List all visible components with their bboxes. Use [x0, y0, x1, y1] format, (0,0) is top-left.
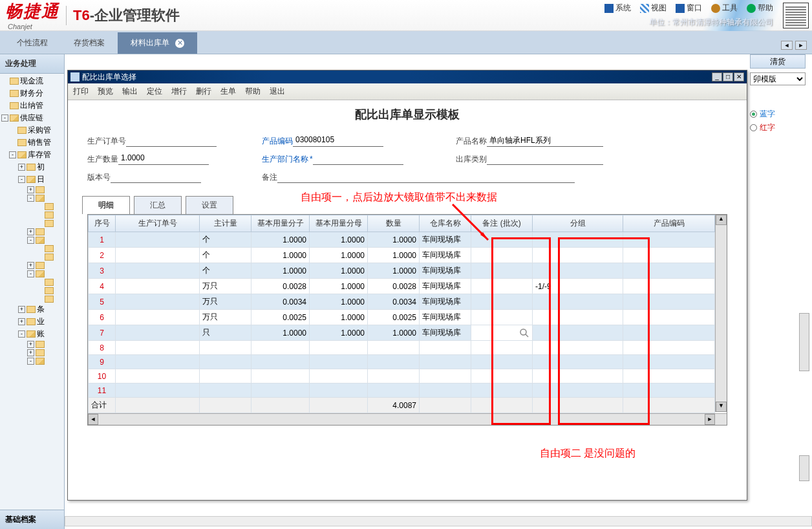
cell[interactable]: 个 — [200, 232, 251, 248]
cell[interactable]: 车间现场库 — [420, 263, 471, 279]
tree-item-sub[interactable]: + — [0, 228, 64, 236]
cell[interactable]: 车间现场库 — [420, 279, 471, 294]
cell[interactable] — [251, 383, 310, 398]
cell[interactable]: 1.0000 — [310, 294, 368, 310]
cell[interactable]: 个 — [200, 263, 251, 279]
tree-item-cond[interactable]: +条 — [0, 303, 64, 316]
cell[interactable] — [623, 341, 715, 355]
tree-item-finance[interactable]: 财务分 — [0, 87, 64, 100]
cell[interactable] — [116, 248, 200, 263]
cell[interactable] — [310, 355, 368, 369]
tree-item-cash[interactable]: 现金流 — [0, 75, 64, 87]
cell[interactable] — [368, 341, 420, 355]
tree-item-sub[interactable]: - — [0, 194, 64, 202]
cell[interactable]: 9 — [89, 355, 116, 369]
cell[interactable]: 车间现场库 — [420, 325, 471, 341]
cell[interactable] — [116, 294, 200, 310]
table-row[interactable]: 2个1.00001.00001.0000车间现场库 — [89, 248, 715, 263]
cell[interactable]: 0.0034 — [251, 294, 310, 310]
cell[interactable] — [420, 383, 471, 398]
tool-exit[interactable]: 退出 — [270, 86, 285, 97]
field-qty[interactable]: 1.0000 — [118, 153, 209, 165]
cell[interactable] — [116, 263, 200, 279]
cell[interactable] — [533, 232, 623, 248]
clear-button[interactable]: 清货 — [750, 54, 806, 69]
col-pcode[interactable]: 产品编码 — [623, 215, 715, 232]
nav-window[interactable]: 窗口 — [676, 3, 702, 14]
cell[interactable] — [471, 325, 533, 341]
col-remark[interactable]: 备注 (批次) — [471, 215, 533, 232]
tree-item-leaf[interactable] — [0, 202, 64, 211]
dialog-titlebar[interactable]: 配比出库单选择 _ □ ✕ — [68, 70, 747, 83]
cell[interactable] — [368, 369, 420, 383]
table-row[interactable]: 7只1.00001.00001.0000车间现场库 — [89, 325, 715, 341]
cell[interactable] — [471, 383, 533, 398]
cell[interactable]: 0.0028 — [251, 279, 310, 294]
cell[interactable] — [533, 248, 623, 263]
col-idx[interactable]: 序号 — [89, 215, 116, 232]
tab-material-out[interactable]: 材料出库单 ✕ — [118, 32, 197, 54]
cell[interactable]: 1.0000 — [310, 248, 368, 263]
tab-inventory[interactable]: 存货档案 — [61, 32, 118, 54]
cell[interactable] — [533, 369, 623, 383]
col-denom[interactable]: 基本用量分母 — [310, 215, 368, 232]
cell[interactable] — [533, 310, 623, 325]
cell[interactable]: 6 — [89, 310, 116, 325]
sidebar-section-header[interactable]: 业务处理 — [0, 54, 64, 74]
cell[interactable]: 0.0028 — [368, 279, 420, 294]
cell[interactable] — [251, 355, 310, 369]
cell[interactable]: 1.0000 — [368, 248, 420, 263]
field-ver[interactable] — [111, 171, 201, 183]
tree-item-biz[interactable]: +业 — [0, 316, 64, 328]
cell[interactable]: 1.0000 — [310, 232, 368, 248]
tool-delrow[interactable]: 删行 — [196, 86, 211, 97]
tree-item-sub[interactable]: - — [0, 270, 64, 278]
cell[interactable]: 11 — [89, 383, 116, 398]
col-qty[interactable]: 数量 — [368, 215, 420, 232]
cell[interactable]: 车间现场库 — [420, 310, 471, 325]
main-scrollbar-v[interactable] — [799, 313, 809, 371]
cell[interactable] — [200, 355, 251, 369]
cell[interactable]: 1 — [89, 232, 116, 248]
tree-item-leaf[interactable] — [0, 286, 64, 295]
tab-custom-flow[interactable]: 个性流程 — [4, 32, 61, 54]
scroll-left-icon[interactable]: ◄ — [88, 414, 98, 425]
minimize-button[interactable]: _ — [712, 72, 722, 81]
grid-scroll-h[interactable]: ◄ ► — [88, 413, 727, 425]
cell[interactable] — [471, 294, 533, 310]
cell[interactable] — [116, 232, 200, 248]
cell[interactable]: 3 — [89, 263, 116, 279]
scroll-up-icon[interactable]: ▲ — [716, 215, 727, 225]
cell[interactable] — [368, 355, 420, 369]
cell[interactable]: 1.0000 — [251, 232, 310, 248]
cell[interactable] — [471, 369, 533, 383]
tree-item-sub[interactable]: - — [0, 357, 64, 365]
nav-help[interactable]: 帮助 — [747, 3, 773, 14]
tree-item-init[interactable]: +初 — [0, 161, 64, 173]
cell[interactable] — [471, 341, 533, 355]
cell[interactable] — [623, 355, 715, 369]
cell[interactable]: 8 — [89, 341, 116, 355]
table-row[interactable]: 9 — [89, 355, 715, 369]
tree-item-stock[interactable]: -库存管 — [0, 149, 64, 161]
cell[interactable]: 0.0034 — [368, 294, 420, 310]
cell[interactable]: 1.0000 — [310, 263, 368, 279]
cell[interactable] — [623, 232, 715, 248]
tool-locate[interactable]: 定位 — [147, 86, 162, 97]
close-button[interactable]: ✕ — [734, 72, 744, 81]
cell[interactable]: 1.0000 — [368, 325, 420, 341]
tree-item-sub[interactable]: + — [0, 186, 64, 194]
cell[interactable] — [471, 263, 533, 279]
cell[interactable] — [116, 369, 200, 383]
cell[interactable] — [200, 341, 251, 355]
tool-print[interactable]: 打印 — [73, 86, 89, 97]
cell[interactable] — [420, 369, 471, 383]
tool-gen[interactable]: 生单 — [220, 86, 236, 97]
main-scrollbar-v2[interactable] — [799, 455, 809, 481]
tree-item-supply[interactable]: -供应链 — [0, 112, 64, 124]
cell[interactable]: 只 — [200, 325, 251, 341]
cell[interactable] — [623, 248, 715, 263]
col-numer[interactable]: 基本用量分子 — [251, 215, 310, 232]
tree-item-leaf[interactable] — [0, 211, 64, 219]
tool-export[interactable]: 输出 — [122, 86, 138, 97]
